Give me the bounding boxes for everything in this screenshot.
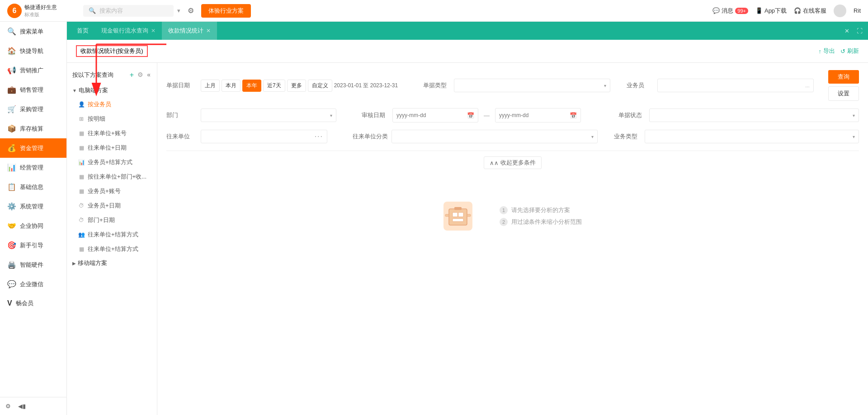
table-icon-5: ▦ [78, 245, 85, 253]
tab-bar-right: ✕ ⛶ [843, 26, 864, 36]
scheme-item-salesperson-account[interactable]: ▦ 业务员+账号 [67, 184, 157, 198]
date-btn-custom[interactable]: 自定义 [308, 80, 332, 92]
member-icon: V [7, 299, 12, 307]
tab-home[interactable]: 首页 [71, 22, 95, 40]
settings-scheme-btn[interactable]: ⚙ [137, 70, 144, 80]
tab-close-all-btn[interactable]: ✕ [843, 26, 851, 36]
scheme-item-by-counterpart-dept[interactable]: ▦ 按往来单位+部门+收... [67, 170, 157, 184]
page-header: 收款情况统计(按业务员) ↑ 导出 ↺ 刷新 [67, 40, 868, 63]
scheme-item-counterpart-settlement-2[interactable]: ▦ 往来单位+结算方式 [67, 242, 157, 256]
sidebar-item-search[interactable]: 🔍 搜索菜单 [0, 22, 66, 41]
scheme-group-desktop[interactable]: ▼ 电脑端方案 [67, 84, 157, 97]
service-icon: 🎧 [794, 7, 801, 14]
review-date-to[interactable]: 📅 [495, 108, 581, 123]
svg-rect-1 [453, 212, 458, 217]
settings-filter-btn[interactable]: 设置 [828, 86, 859, 101]
scheme-item-by-detail[interactable]: ⊞ 按明细 [67, 112, 157, 126]
scheme-item-counterpart-settlement-1[interactable]: 👥 往来单位+结算方式 [67, 227, 157, 242]
counterpart-input[interactable]: ··· [201, 130, 327, 143]
calendar-icon-1[interactable]: 📅 [467, 112, 474, 119]
review-date-to-input[interactable] [499, 112, 567, 118]
tab-close-cashflow[interactable]: ✕ [151, 28, 156, 34]
scheme-group-mobile[interactable]: ▶ 移动端方案 [67, 256, 157, 270]
step-num-2: 2 [500, 218, 508, 226]
notification-btn[interactable]: 💬 消息 99+ [712, 7, 748, 15]
settings-bottom-btn[interactable]: ⚙ [4, 401, 13, 411]
sidebar-item-member[interactable]: V 畅会员 [0, 294, 66, 313]
refresh-btn[interactable]: ↺ 刷新 [840, 47, 859, 55]
logo-area: 6 畅捷通好生意 标准版 [7, 4, 74, 18]
date-btn-7days[interactable]: 近7天 [263, 80, 285, 92]
scheme-panel-header: 按以下方案查询 + ⚙ « [67, 66, 157, 84]
trial-button[interactable]: 体验行业方案 [201, 4, 251, 18]
tab-maximize-btn[interactable]: ⛶ [855, 26, 864, 36]
sidebar-item-collab[interactable]: 🤝 企业协同 [0, 216, 66, 236]
sidebar-item-finance[interactable]: 💰 资金管理 [0, 138, 66, 158]
date-btn-this-month[interactable]: 本月 [222, 80, 241, 92]
scheme-item-salesperson-date[interactable]: ⏱ 业务员+日期 [67, 198, 157, 213]
scheme-item-counterpart-date[interactable]: ▦ 往来单位+日期 [67, 141, 157, 155]
date-btn-more[interactable]: 更多 [287, 80, 306, 92]
sales-rep-label: 业务员 [627, 81, 654, 90]
sidebar-item-basic[interactable]: 📋 基础信息 [0, 177, 66, 197]
scheme-item-salesperson-settlement[interactable]: 📊 业务员+结算方式 [67, 155, 157, 170]
chevron-down-icon[interactable]: ▾ [177, 7, 180, 14]
collapse-trigger[interactable]: ∧∧ 收起更多条件 [484, 156, 542, 169]
user-avatar[interactable] [834, 5, 846, 17]
sidebar-item-quicknav[interactable]: 🏠 快捷导航 [0, 41, 66, 61]
doc-status-label: 单据状态 [618, 111, 646, 119]
add-scheme-btn[interactable]: + [129, 70, 135, 80]
export-btn[interactable]: ↑ 导出 [819, 47, 835, 55]
system-icon: ⚙️ [7, 202, 16, 211]
top-header: 6 畅捷通好生意 标准版 🔍 搜索内容 ▾ ⚙ 体验行业方案 💬 消息 99+ … [0, 0, 868, 22]
date-separator: — [484, 112, 490, 119]
sales-rep-select[interactable]: … [657, 79, 814, 92]
gear-btn[interactable]: ⚙ [188, 6, 194, 15]
online-service-btn[interactable]: 🎧 在线客服 [794, 7, 826, 15]
scheme-item-counterpart-account[interactable]: ▦ 往来单位+账号 [67, 126, 157, 141]
page-actions: ↑ 导出 ↺ 刷新 [819, 47, 859, 55]
sidebar-item-purchase[interactable]: 🛒 采购管理 [0, 99, 66, 119]
counterpart-dots-btn[interactable]: ··· [315, 132, 323, 141]
sidebar-item-guide[interactable]: 🎯 新手引导 [0, 236, 66, 255]
sidebar-item-operations[interactable]: 📊 经营管理 [0, 158, 66, 177]
sidebar-item-hardware[interactable]: 🖨️ 智能硬件 [0, 255, 66, 274]
biz-type-select[interactable]: ▾ [645, 130, 859, 143]
tab-cashflow[interactable]: 现金银行流水查询 ✕ [95, 22, 162, 40]
tab-close-receipts[interactable]: ✕ [206, 28, 211, 34]
collapse-sidebar-btn[interactable]: ◀▮ [16, 401, 28, 411]
scheme-panel-actions: + ⚙ « [129, 70, 151, 80]
filter-panel-inner: 单据日期 上月 本月 本年 近7天 更多 自定义 2023-01-01 至 20… [166, 70, 859, 174]
doc-status-select[interactable]: ▾ [649, 108, 859, 122]
dept-select[interactable]: ▾ [201, 108, 336, 122]
sidebar-item-wechat[interactable]: 💬 企业微信 [0, 274, 66, 294]
sidebar-item-marketing[interactable]: 📢 营销推广 [0, 61, 66, 80]
app-download-btn[interactable]: 📱 App下载 [755, 7, 787, 15]
robot-icon [443, 198, 472, 234]
review-date-from[interactable]: 📅 [392, 108, 478, 123]
review-date-from-input[interactable] [396, 112, 464, 118]
tab-receipts[interactable]: 收款情况统计 ✕ [162, 22, 217, 40]
user-name: Rit [854, 7, 861, 14]
sidebar-item-sales[interactable]: 💼 销售管理 [0, 80, 66, 99]
counterpart-type-select[interactable]: ▾ [392, 130, 598, 143]
doc-type-select[interactable]: ▾ [454, 79, 610, 92]
inventory-icon: 📦 [7, 124, 16, 133]
svg-rect-2 [458, 212, 463, 217]
collapse-scheme-btn[interactable]: « [146, 70, 151, 80]
filter-panel: 单据日期 上月 本月 本年 近7天 更多 自定义 2023-01-01 至 20… [157, 63, 868, 415]
person-icon: 👤 [78, 101, 85, 108]
calendar-icon-2[interactable]: 📅 [570, 112, 577, 119]
filter-row-3: 往来单位 ··· 往来单位分类 ▾ 业务类型 [166, 130, 859, 143]
sales-rep-chevron: … [805, 83, 810, 88]
date-btn-last-month[interactable]: 上月 [201, 80, 220, 92]
scheme-item-by-salesperson[interactable]: 👤 按业务员 [67, 97, 157, 112]
doc-type-label: 单据类型 [423, 81, 450, 90]
guide-icon: 🎯 [7, 241, 16, 250]
date-btn-this-year[interactable]: 本年 [242, 80, 261, 92]
scheme-item-dept-date[interactable]: ⏱ 部门+日期 [67, 213, 157, 227]
query-btn[interactable]: 查询 [828, 70, 859, 84]
sidebar-item-inventory[interactable]: 📦 库存核算 [0, 119, 66, 138]
sidebar-item-system[interactable]: ⚙️ 系统管理 [0, 197, 66, 216]
filter-row-2: 部门 ▾ 审核日期 📅 — 📅 [166, 108, 859, 123]
